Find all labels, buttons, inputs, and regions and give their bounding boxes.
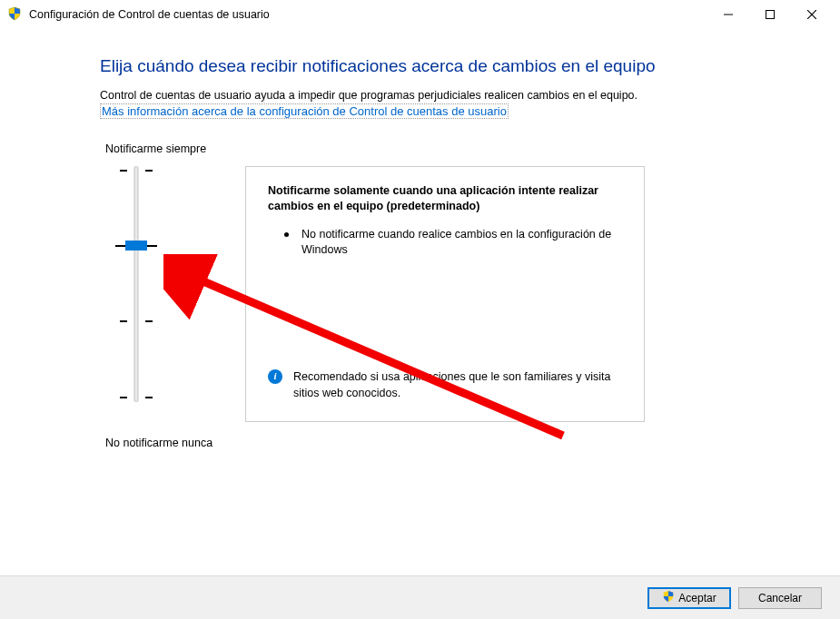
cancel-button[interactable]: Cancelar [738, 587, 822, 609]
level-description-box: Notificarme solamente cuando una aplicac… [245, 166, 645, 422]
level-title: Notificarme solamente cuando una aplicac… [268, 183, 622, 214]
level-bullet: No notificarme cuando realice cambios en… [268, 227, 622, 259]
uac-shield-icon [7, 6, 22, 24]
recommendation-text: Recomendado si usa aplicaciones que le s… [293, 369, 622, 401]
slider-track [134, 166, 139, 402]
info-icon: i [268, 369, 282, 384]
more-info-link[interactable]: Más información acerca de la configuraci… [100, 103, 509, 119]
close-button[interactable] [791, 1, 833, 28]
slider-top-label: Notificarme siempre [105, 142, 758, 155]
bullet-icon [284, 232, 289, 237]
svg-rect-1 [766, 11, 775, 19]
ok-button-label: Aceptar [678, 592, 716, 604]
dialog-button-bar: Aceptar Cancelar [0, 575, 840, 619]
slider-tick [120, 397, 127, 398]
cancel-button-label: Cancelar [758, 592, 802, 604]
content-area: Elija cuándo desea recibir notificacione… [0, 29, 840, 458]
window-title: Configuración de Control de cuentas de u… [29, 8, 270, 21]
title-bar: Configuración de Control de cuentas de u… [0, 0, 840, 29]
slider-tick [145, 320, 153, 322]
slider-thumb[interactable] [125, 241, 147, 251]
page-heading: Elija cuándo desea recibir notificacione… [100, 56, 758, 76]
ok-button[interactable]: Aceptar [647, 587, 731, 609]
notification-slider[interactable] [100, 166, 173, 402]
maximize-button[interactable] [749, 1, 791, 28]
slider-tick [145, 397, 153, 398]
intro-text: Control de cuentas de usuario ayuda a im… [100, 89, 758, 102]
minimize-button[interactable] [707, 1, 749, 28]
level-bullet-text: No notificarme cuando realice cambios en… [301, 227, 622, 259]
slider-tick [146, 245, 157, 247]
recommendation-row: i Recomendado si usa aplicaciones que le… [268, 369, 622, 401]
uac-shield-icon [662, 590, 675, 605]
slider-tick [120, 170, 127, 172]
slider-area: Notificarme siempre Notificarme solament… [100, 142, 758, 449]
slider-tick [145, 170, 153, 172]
slider-tick [120, 320, 127, 322]
slider-bottom-label: No notificarme nunca [105, 437, 758, 449]
